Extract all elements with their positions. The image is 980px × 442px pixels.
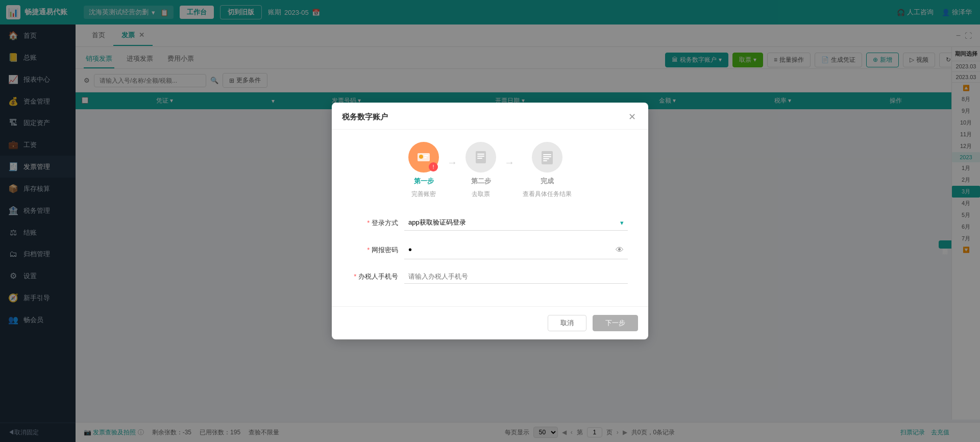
modal-title: 税务数字账户 xyxy=(342,112,388,122)
cancel-button[interactable]: 取消 xyxy=(548,315,586,331)
svg-rect-5 xyxy=(477,154,484,155)
modal-dialog: 税务数字账户 ✕ ! xyxy=(332,103,648,339)
modal-body: ! 第一步 完善账密 → 第 xyxy=(332,130,648,306)
svg-rect-4 xyxy=(476,151,486,163)
step-3: 完成 查看具体任务结果 xyxy=(523,142,572,199)
form-row-login-method: 登录方式 app获取验证码登录 ▾ xyxy=(352,215,628,231)
steps-indicator: ! 第一步 完善账密 → 第 xyxy=(352,142,628,199)
step-arrow-2: → xyxy=(504,157,514,184)
svg-rect-8 xyxy=(542,151,553,164)
step-2: 第二步 去取票 xyxy=(465,142,496,199)
svg-rect-11 xyxy=(543,158,549,159)
login-method-value: app获取验证码登录 xyxy=(408,218,466,227)
step-3-sublabel: 查看具体任务结果 xyxy=(523,190,572,199)
step-2-label: 第二步 xyxy=(471,177,491,186)
svg-rect-9 xyxy=(543,154,551,155)
svg-rect-6 xyxy=(477,156,484,157)
step-arrow-1: → xyxy=(447,157,457,184)
phone-input[interactable] xyxy=(404,269,628,284)
modal-footer: 取消 下一步 xyxy=(332,306,648,339)
modal-form: 登录方式 app获取验证码登录 ▾ 网报密码 👁 办税人手机号 xyxy=(352,215,628,284)
step-3-icon xyxy=(532,142,562,173)
login-method-select[interactable]: app获取验证码登录 ▾ xyxy=(404,215,628,231)
login-method-label: 登录方式 xyxy=(352,218,398,228)
next-button[interactable]: 下一步 xyxy=(593,315,638,331)
password-field-wrapper: 👁 xyxy=(404,241,628,259)
step-2-icon xyxy=(465,142,496,173)
phone-label: 办税人手机号 xyxy=(352,272,398,281)
step-1-sublabel: 完善账密 xyxy=(411,190,436,199)
step-2-sublabel: 去取票 xyxy=(472,190,490,199)
svg-rect-10 xyxy=(543,156,551,157)
step-3-label: 完成 xyxy=(541,177,554,186)
password-input[interactable] xyxy=(408,244,616,256)
password-toggle-icon[interactable]: 👁 xyxy=(616,245,624,255)
modal-close-button[interactable]: ✕ xyxy=(626,111,638,123)
step-1-badge: ! xyxy=(429,162,438,171)
svg-point-1 xyxy=(419,155,423,159)
step-1-label: 第一步 xyxy=(414,177,434,186)
form-row-password: 网报密码 👁 xyxy=(352,241,628,259)
form-row-phone: 办税人手机号 xyxy=(352,269,628,284)
svg-rect-2 xyxy=(424,155,428,156)
step-1: ! 第一步 完善账密 xyxy=(408,142,439,199)
svg-rect-3 xyxy=(424,157,427,158)
select-dropdown-icon: ▾ xyxy=(620,219,624,227)
svg-rect-12 xyxy=(543,160,547,161)
modal-header: 税务数字账户 ✕ xyxy=(332,103,648,130)
svg-rect-7 xyxy=(477,158,482,159)
step-1-icon: ! xyxy=(408,142,439,173)
modal-overlay[interactable]: 税务数字账户 ✕ ! xyxy=(0,0,980,442)
password-label: 网报密码 xyxy=(352,245,398,255)
